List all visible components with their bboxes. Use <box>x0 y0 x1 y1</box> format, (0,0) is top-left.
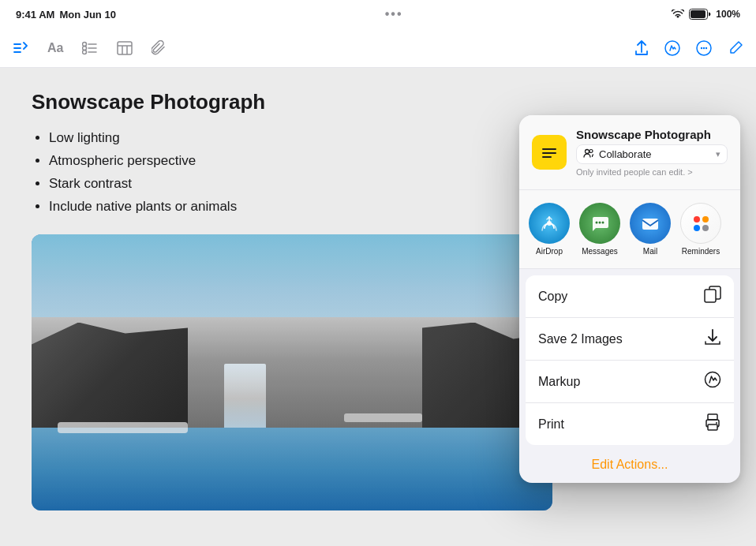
share-app-airdrop[interactable]: AirDrop <box>529 203 570 256</box>
share-app-reminders[interactable]: Reminders <box>680 203 721 256</box>
status-date: Mon Jun 10 <box>59 9 116 21</box>
airdrop-icon <box>529 203 570 244</box>
status-bar-left: 9:41 AM Mon Jun 10 <box>16 9 116 21</box>
status-dots: ••• <box>385 7 403 21</box>
reminders-label: Reminders <box>682 247 720 256</box>
checklist-icon[interactable] <box>82 41 98 55</box>
share-header-info: Snowscape Photograph Collaborate ▾ Only … <box>576 128 728 177</box>
print-action[interactable]: Print <box>526 403 734 445</box>
mail-label: Mail <box>643 247 657 256</box>
share-actions-list: Copy Save 2 Images <box>526 275 734 445</box>
svg-point-21 <box>586 150 589 154</box>
copy-label: Copy <box>538 290 567 304</box>
svg-point-25 <box>599 222 601 224</box>
svg-rect-27 <box>642 219 658 230</box>
download-icon <box>704 328 721 350</box>
people-icon <box>583 148 594 160</box>
attach-icon[interactable] <box>152 40 166 56</box>
collaborate-label: Collaborate <box>599 148 711 160</box>
svg-point-15 <box>703 47 705 48</box>
edit-actions-button[interactable]: Edit Actions... <box>592 458 668 471</box>
chevron-down-icon: ▾ <box>716 149 720 159</box>
markup-icon[interactable] <box>664 40 680 56</box>
markup-action-icon <box>704 371 721 392</box>
table-icon[interactable] <box>117 41 133 55</box>
save-images-label: Save 2 Images <box>538 332 623 346</box>
messages-icon <box>579 203 620 244</box>
share-apps-row: AirDrop Messages <box>519 190 740 269</box>
share-header: Snowscape Photograph Collaborate ▾ Only … <box>519 115 740 190</box>
svg-point-26 <box>602 222 604 224</box>
battery-percent: 100% <box>716 9 740 20</box>
status-bar-right: 100% <box>672 9 740 20</box>
reminders-icon <box>680 203 721 244</box>
svg-rect-34 <box>708 424 717 430</box>
copy-icon <box>704 286 721 307</box>
svg-point-6 <box>83 50 87 54</box>
share-app-messages[interactable]: Messages <box>579 203 620 256</box>
share-app-icon <box>532 135 567 170</box>
status-bar-center: ••• <box>385 7 403 21</box>
messages-label: Messages <box>582 247 618 256</box>
main-content: Snowscape Photograph Low lighting Atmosp… <box>0 68 756 546</box>
svg-point-24 <box>596 222 598 224</box>
more-icon[interactable] <box>696 40 712 56</box>
svg-point-22 <box>589 150 593 153</box>
copy-action[interactable]: Copy <box>526 275 734 318</box>
share-icon[interactable] <box>634 40 649 56</box>
wifi-icon <box>672 9 684 19</box>
status-bar: 9:41 AM Mon Jun 10 ••• 100% <box>0 0 756 28</box>
print-icon <box>704 413 721 435</box>
mail-icon <box>630 203 671 244</box>
reminders-dots <box>691 213 712 234</box>
share-app-mail[interactable]: Mail <box>630 203 671 256</box>
save-images-action[interactable]: Save 2 Images <box>526 318 734 361</box>
markup-label: Markup <box>538 375 580 389</box>
markup-action[interactable]: Markup <box>526 361 734 403</box>
print-label: Print <box>538 417 564 432</box>
battery-icon <box>689 9 711 20</box>
toolbar-left: Aa <box>13 40 619 56</box>
toolbar-right <box>634 40 743 56</box>
format-icon[interactable]: Aa <box>47 41 63 55</box>
svg-rect-1 <box>691 10 705 18</box>
invite-text: Only invited people can edit. > <box>576 167 728 177</box>
svg-point-35 <box>716 422 717 424</box>
svg-point-14 <box>701 47 702 48</box>
collaborate-row[interactable]: Collaborate ▾ <box>576 144 728 164</box>
status-time: 9:41 AM <box>16 9 54 21</box>
svg-rect-30 <box>705 290 716 302</box>
svg-rect-8 <box>118 42 132 54</box>
share-sheet: Snowscape Photograph Collaborate ▾ Only … <box>519 115 740 483</box>
edit-actions-row: Edit Actions... <box>519 451 740 483</box>
compose-icon[interactable] <box>728 40 743 56</box>
collapse-icon[interactable] <box>13 42 28 54</box>
airdrop-label: AirDrop <box>536 247 563 256</box>
toolbar: Aa <box>0 28 756 68</box>
share-doc-name: Snowscape Photograph <box>576 128 728 141</box>
svg-point-16 <box>705 47 707 48</box>
svg-rect-32 <box>708 414 717 420</box>
